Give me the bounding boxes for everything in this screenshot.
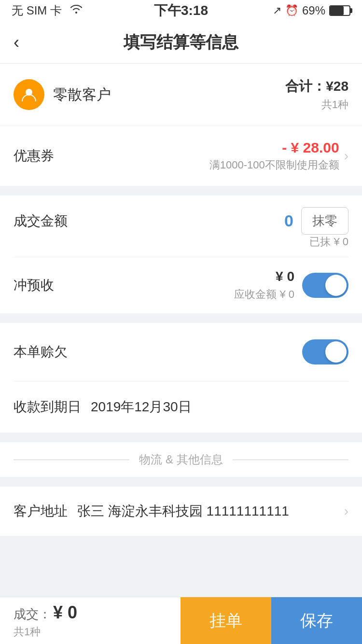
back-button[interactable]: ‹ xyxy=(9,28,24,57)
customer-row: 零散客户 合计：¥28 共1种 xyxy=(0,64,362,126)
customer-name: 零散客户 xyxy=(53,85,111,105)
transaction-amount-right: 0 抹零 xyxy=(284,207,348,235)
logistics-divider: 物流 & 其他信息 xyxy=(0,442,362,477)
location-icon: ↗ xyxy=(273,4,281,17)
coupon-discount: - ¥ 28.00 xyxy=(209,140,339,156)
debt-section: 本单赊欠 收款到期日 2019年12月30日 xyxy=(0,323,362,433)
coupon-label: 优惠券 xyxy=(14,147,54,165)
status-bar-left: 无 SIM 卡 ‪‪ xyxy=(12,3,83,18)
address-row[interactable]: 客户地址 张三 海淀永丰科技园 11111111111 › xyxy=(14,487,348,536)
prepaid-label: 冲预收 xyxy=(14,276,54,294)
status-bar-time: 下午3:18 xyxy=(154,1,208,20)
coupon-row[interactable]: 优惠券 - ¥ 28.00 满1000-100不限制使用金额 › xyxy=(0,126,362,186)
avatar xyxy=(14,79,44,110)
status-bar-right: ↗ ⏰ 69% xyxy=(273,4,350,17)
hang-order-button[interactable]: 挂单 xyxy=(181,597,271,644)
coupon-right: - ¥ 28.00 满1000-100不限制使用金额 › xyxy=(209,140,348,172)
prepaid-row: 冲预收 ¥ 0 应收金额 ¥ 0 xyxy=(14,257,348,313)
debt-label: 本单赊欠 xyxy=(14,343,68,361)
battery-percent: 69% xyxy=(302,4,325,17)
bottom-count: 共1种 xyxy=(14,625,167,639)
debt-toggle-knob xyxy=(325,341,347,363)
prepaid-sub: 应收金额 ¥ 0 xyxy=(234,287,294,302)
debt-toggle[interactable] xyxy=(302,339,348,364)
divider-line-right xyxy=(233,460,348,460)
customer-right: 合计：¥28 共1种 xyxy=(285,77,348,112)
save-button[interactable]: 保存 xyxy=(271,597,362,644)
coupon-info: - ¥ 28.00 满1000-100不限制使用金额 xyxy=(209,140,339,172)
transaction-section: 成交金额 0 抹零 已抹 ¥ 0 冲预收 ¥ 0 应收金额 ¥ 0 xyxy=(0,196,362,313)
bottom-left: 成交： ¥ 0 共1种 xyxy=(0,602,181,639)
customer-total: 合计：¥28 xyxy=(285,77,348,96)
nav-bar: ‹ 填写结算等信息 xyxy=(0,21,362,64)
divider-line-left xyxy=(14,460,129,460)
address-section: 客户地址 张三 海淀永丰科技园 11111111111 › xyxy=(0,487,362,536)
page-title: 填写结算等信息 xyxy=(124,31,238,54)
prepaid-amount: ¥ 0 xyxy=(234,269,294,284)
battery-icon xyxy=(329,5,350,16)
logistics-label: 物流 & 其他信息 xyxy=(139,452,223,467)
prepaid-right: ¥ 0 应收金额 ¥ 0 xyxy=(234,269,348,302)
debt-row: 本单赊欠 xyxy=(14,323,348,381)
alarm-icon: ⏰ xyxy=(285,4,298,17)
due-date-value: 2019年12月30日 xyxy=(91,398,192,416)
address-label: 客户地址 xyxy=(14,502,68,520)
debt-date-row: 收款到期日 2019年12月30日 xyxy=(14,381,348,433)
logistics-divider-container: 物流 & 其他信息 xyxy=(0,442,362,477)
carrier-text: 无 SIM 卡 xyxy=(12,3,62,18)
customer-count: 共1种 xyxy=(285,98,348,112)
chevron-right-icon: › xyxy=(344,148,348,164)
already-rub-text: 已抹 ¥ 0 xyxy=(14,235,348,257)
transaction-amount-row: 成交金额 0 抹零 xyxy=(14,207,348,235)
rub-zero-button[interactable]: 抹零 xyxy=(301,207,348,235)
transaction-amount-label: 成交金额 xyxy=(14,212,68,230)
address-value: 张三 海淀永丰科技园 11111111111 xyxy=(77,502,344,520)
bottom-deal-amount: ¥ 0 xyxy=(53,602,77,623)
prepaid-toggle[interactable] xyxy=(302,273,348,298)
transaction-amount-value: 0 xyxy=(284,211,293,230)
customer-left: 零散客户 xyxy=(14,79,111,110)
bottom-deal-label: 成交： xyxy=(14,606,51,623)
customer-section: 零散客户 合计：¥28 共1种 优惠券 - ¥ 28.00 满1000-100不… xyxy=(0,64,362,186)
address-chevron-icon: › xyxy=(344,504,348,519)
wifi-icon: ‪‪ xyxy=(67,4,83,17)
status-bar: 无 SIM 卡 ‪‪ 下午3:18 ↗ ⏰ 69% xyxy=(0,0,362,21)
toggle-knob xyxy=(325,275,347,296)
bottom-bar: 成交： ¥ 0 共1种 挂单 保存 xyxy=(0,597,362,644)
empty-space xyxy=(0,546,362,603)
coupon-desc: 满1000-100不限制使用金额 xyxy=(209,158,339,172)
due-date-label: 收款到期日 xyxy=(14,398,81,416)
